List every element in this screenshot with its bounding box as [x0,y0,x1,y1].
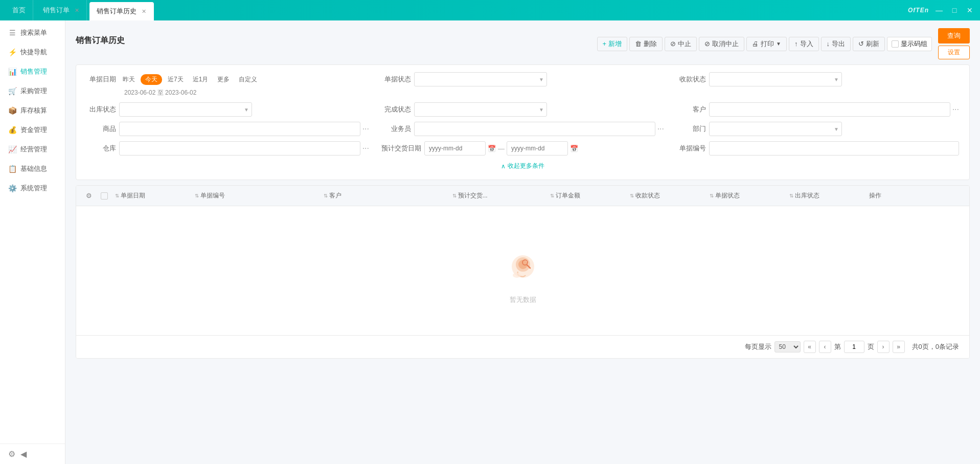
th-doc-status: ⇅ 单据状态 [706,191,786,200]
next-page-button[interactable]: › [877,341,890,353]
customer-dots-icon[interactable]: ··· [952,105,959,114]
sidebar-item-inventory[interactable]: 📦 库存核算 [0,101,65,120]
stop-button[interactable]: ⊘ 中止 [665,37,697,51]
sidebar-item-search-menu[interactable]: ☰ 搜索菜单 [0,23,65,42]
date-range-text: 2023-06-02 至 2023-06-02 [124,89,196,96]
set-button[interactable]: 设置 [938,46,970,59]
collapse-filter-button[interactable]: ∧ 收起更多条件 [501,160,544,172]
date-tag-custom[interactable]: 自定义 [235,74,261,85]
date-tag-7days[interactable]: 近7天 [164,74,187,85]
delete-label: 删除 [644,39,657,49]
date-tag-today[interactable]: 今天 [141,74,162,85]
sidebar-label-operations: 经营管理 [20,145,47,154]
collapse-sidebar-icon[interactable]: ◀ [20,449,27,459]
th-ship-status: ⇅ 出库状态 [786,191,866,200]
first-page-button[interactable]: « [804,341,816,353]
new-button[interactable]: + 新增 [597,37,628,51]
empty-state: 暂无数据 [76,206,969,335]
th-ship-status-sort-icon[interactable]: ⇅ [789,193,793,198]
sidebar-item-purchase-mgmt[interactable]: 🛒 采购管理 [0,81,65,101]
date-tag-more[interactable]: 更多 [214,74,233,85]
print-arrow-icon: ▼ [776,41,781,47]
th-action: 操作 [866,191,964,200]
cancel-stop-button[interactable]: ⊘ 取消中止 [699,37,744,51]
query-button[interactable]: 查询 [938,28,970,43]
maximize-button[interactable]: □ [949,5,960,15]
select-all-checkbox[interactable] [101,192,108,200]
delete-button[interactable]: 🗑 删除 [629,37,663,51]
finance-icon: 💰 [8,126,16,134]
tab-home[interactable]: 销售订单历史 首页 [5,0,33,20]
delivery-date-start-input[interactable] [424,141,486,156]
per-page-select[interactable]: 50 100 200 [774,341,801,352]
sidebar-item-quick-nav[interactable]: ⚡ 快捷导航 [0,42,65,62]
receipt-status-select-wrap: ▼ [709,72,842,86]
date-tag-yesterday[interactable]: 昨天 [119,74,139,85]
import-icon: ↑ [794,40,798,48]
delivery-date-end-calendar-icon[interactable]: 📅 [570,145,578,152]
th-delivery-date-label: 预计交货... [458,191,488,200]
salesperson-input[interactable] [414,122,655,136]
sidebar-item-sys-mgmt[interactable]: ⚙️ 系统管理 [0,179,65,198]
sidebar-label-quick-nav: 快捷导航 [20,48,47,57]
filter-doc-number-cell: 单据编号 [676,141,959,156]
th-receipt-status-sort-icon[interactable]: ⇅ [630,193,634,198]
cancel-stop-label: 取消中止 [712,39,739,49]
ship-status-select[interactable] [119,102,252,117]
filter-receipt-status-cell: 收款状态 ▼ [676,72,959,86]
delivery-date-start-calendar-icon[interactable]: 📅 [488,145,496,152]
print-button[interactable]: 🖨 打印 ▼ [746,37,787,51]
sidebar-item-finance[interactable]: 💰 资金管理 [0,120,65,140]
delivery-date-label: 预计交货日期 [381,144,421,153]
goods-dots-icon[interactable]: ··· [362,125,369,133]
th-order-amount-label: 订单金额 [556,191,580,200]
dept-select[interactable] [709,122,842,136]
doc-status-select[interactable] [414,72,547,86]
close-window-button[interactable]: ✕ [965,5,975,15]
salesperson-dots-icon[interactable]: ··· [657,125,664,133]
th-delivery-date: ⇅ 预计交货... [449,191,548,200]
last-page-button[interactable]: » [893,341,905,353]
prev-page-button[interactable]: ‹ [819,341,831,353]
table-settings-icon[interactable]: ⚙ [81,192,97,200]
filter-salesperson-cell: 业务员 ··· [381,122,664,136]
page-suffix: 页 [868,342,874,351]
date-tag-1month[interactable]: 近1月 [189,74,212,85]
th-delivery-date-sort-icon[interactable]: ⇅ [452,193,457,198]
dept-label: 部门 [676,124,706,134]
import-button[interactable]: ↑ 导入 [789,37,819,51]
settings-bottom-icon[interactable]: ⚙ [8,449,15,459]
warehouse-dots-icon[interactable]: ··· [362,144,369,152]
th-customer-sort-icon[interactable]: ⇅ [324,193,328,198]
customer-input[interactable] [709,102,950,117]
warehouse-input[interactable] [119,141,360,156]
refresh-button[interactable]: ↺ 刷新 [853,37,885,51]
goods-input[interactable] [119,122,360,136]
th-receipt-status: ⇅ 收款状态 [627,191,706,200]
sidebar-label-sales-mgmt: 销售管理 [20,67,47,76]
pagination: 每页显示 50 100 200 « ‹ 第 页 › » 共0页，0条记录 [76,335,969,358]
sidebar-item-sales-mgmt[interactable]: 📊 销售管理 [0,62,65,81]
sidebar-item-base-info[interactable]: 📋 基础信息 [0,159,65,179]
close-tab-sales-history[interactable]: ✕ [142,8,146,15]
th-doc-date-sort-icon[interactable]: ⇅ [115,193,119,198]
receipt-status-select[interactable] [709,72,842,86]
delivery-date-end-input[interactable] [507,141,568,156]
export-button[interactable]: ↓ 导出 [821,37,851,51]
th-order-amount: ⇅ 订单金额 [547,191,627,200]
complete-status-select[interactable] [414,102,547,117]
th-doc-status-sort-icon[interactable]: ⇅ [710,193,714,198]
complete-status-content: ▼ [414,102,664,117]
minimize-button[interactable]: — [934,5,944,15]
brand-label: OfTEn [908,7,929,14]
collapse-label: 收起更多条件 [508,162,544,170]
display-cols-button[interactable]: 显示码组 [887,37,932,51]
doc-number-input[interactable] [709,141,959,156]
page-number-input[interactable] [844,341,864,353]
tab-sales-order[interactable]: 销售订单 ✕ [36,0,87,20]
close-tab-sales-order[interactable]: ✕ [75,7,79,14]
th-doc-number-sort-icon[interactable]: ⇅ [195,193,199,198]
th-order-amount-sort-icon[interactable]: ⇅ [550,193,554,198]
tab-sales-history[interactable]: 销售订单历史 ✕ [89,2,154,20]
sidebar-item-operations[interactable]: 📈 经营管理 [0,140,65,159]
